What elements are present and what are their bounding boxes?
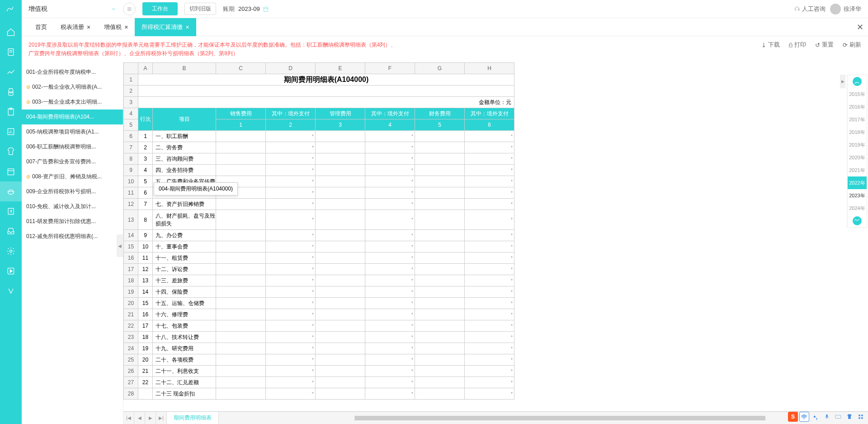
close-all-tabs-button[interactable]: ✕ bbox=[857, 22, 863, 32]
data-cell[interactable] bbox=[216, 298, 266, 309]
form-item-6[interactable]: 007-广告费和业务宣传费跨... bbox=[22, 154, 123, 169]
nav-report-icon[interactable] bbox=[0, 122, 22, 142]
calendar-icon[interactable] bbox=[263, 6, 269, 12]
data-cell[interactable] bbox=[216, 332, 266, 343]
ime-mic-icon[interactable] bbox=[822, 412, 832, 422]
data-cell[interactable]: * bbox=[465, 176, 514, 187]
nav-export-icon[interactable] bbox=[0, 201, 22, 221]
row-num-cell[interactable]: 21 bbox=[138, 366, 153, 377]
row-num-cell[interactable]: 22 bbox=[138, 377, 153, 388]
data-cell[interactable] bbox=[415, 366, 465, 377]
data-cell[interactable]: * bbox=[266, 131, 316, 142]
row-header[interactable]: 16 bbox=[124, 252, 138, 264]
data-cell[interactable] bbox=[415, 275, 465, 286]
row-header[interactable]: 2 bbox=[124, 86, 138, 97]
form-item-0[interactable]: 001-企业所得税年度纳税申... bbox=[22, 65, 123, 80]
item-cell[interactable]: 十八、技术转让费 bbox=[153, 332, 216, 343]
col-header[interactable]: A bbox=[138, 63, 153, 74]
data-cell[interactable]: * bbox=[266, 286, 316, 298]
data-cell[interactable]: * bbox=[365, 142, 415, 153]
nav-home-icon[interactable] bbox=[0, 22, 22, 42]
data-cell[interactable]: * bbox=[465, 131, 514, 142]
row-num-cell[interactable]: 5 bbox=[138, 176, 153, 187]
row-header[interactable]: 4 bbox=[124, 108, 138, 119]
ime-logo-icon[interactable]: S bbox=[788, 412, 798, 422]
data-cell[interactable]: * bbox=[365, 377, 415, 388]
data-cell[interactable] bbox=[415, 187, 465, 199]
data-cell[interactable]: * bbox=[465, 142, 514, 153]
ime-keyboard-icon[interactable] bbox=[833, 412, 843, 422]
col-header[interactable]: G bbox=[415, 63, 465, 74]
item-cell[interactable]: 八、财产损耗、盘亏及毁损损失 bbox=[153, 210, 216, 230]
data-cell[interactable] bbox=[415, 354, 465, 366]
row-header[interactable]: 10 bbox=[124, 176, 138, 187]
item-cell[interactable]: 九、办公费 bbox=[153, 230, 216, 241]
row-num-cell[interactable]: 19 bbox=[138, 343, 153, 354]
ime-skin-icon[interactable] bbox=[844, 412, 854, 422]
data-cell[interactable] bbox=[415, 165, 465, 176]
row-header[interactable]: 5 bbox=[124, 119, 138, 131]
item-cell[interactable]: 二十二、汇兑差额 bbox=[153, 377, 216, 388]
row-num-cell[interactable]: 14 bbox=[138, 286, 153, 298]
item-cell[interactable]: 二、劳务费 bbox=[153, 142, 216, 153]
data-cell[interactable] bbox=[216, 131, 266, 142]
data-cell[interactable]: * bbox=[266, 252, 316, 264]
row-header[interactable]: 8 bbox=[124, 153, 138, 165]
row-header[interactable]: 11 bbox=[124, 187, 138, 199]
data-cell[interactable] bbox=[316, 230, 365, 241]
ime-tool-icon[interactable] bbox=[856, 412, 866, 422]
data-cell[interactable] bbox=[216, 153, 266, 165]
expand-handle[interactable]: ▶ bbox=[840, 75, 845, 88]
data-cell[interactable]: * bbox=[365, 320, 415, 332]
sheet-tab[interactable]: 期间费用明细表 bbox=[167, 412, 219, 424]
row-num-cell[interactable]: 15 bbox=[138, 298, 153, 309]
tab-1[interactable]: 税表清册× bbox=[54, 18, 97, 36]
data-cell[interactable]: * bbox=[365, 199, 415, 210]
data-cell[interactable]: * bbox=[266, 343, 316, 354]
data-cell[interactable]: * bbox=[465, 210, 514, 230]
data-cell[interactable] bbox=[216, 309, 266, 320]
row-num-cell[interactable]: 4 bbox=[138, 165, 153, 176]
nav-play-icon[interactable] bbox=[0, 261, 22, 281]
row-header[interactable]: 17 bbox=[124, 264, 138, 275]
item-cell[interactable]: 七、资产折旧摊销费 bbox=[153, 199, 216, 210]
year-button[interactable]: 2020年 bbox=[848, 151, 867, 164]
data-cell[interactable] bbox=[415, 252, 465, 264]
data-cell[interactable]: * bbox=[266, 165, 316, 176]
nav-shirt-icon[interactable] bbox=[0, 142, 22, 162]
data-cell[interactable]: * bbox=[365, 241, 415, 252]
row-num-cell[interactable]: 1 bbox=[138, 131, 153, 142]
nav-inbox-icon[interactable] bbox=[0, 221, 22, 241]
item-cell[interactable]: 十九、研究费用 bbox=[153, 343, 216, 354]
year-button[interactable]: 2018年 bbox=[848, 126, 867, 138]
row-header[interactable]: 1 bbox=[124, 74, 138, 86]
data-cell[interactable]: * bbox=[465, 165, 514, 176]
data-cell[interactable] bbox=[415, 142, 465, 153]
row-num-cell[interactable]: 2 bbox=[138, 142, 153, 153]
item-cell[interactable]: 三、咨询顾问费 bbox=[153, 153, 216, 165]
data-cell[interactable]: * bbox=[465, 320, 514, 332]
data-cell[interactable]: * bbox=[465, 377, 514, 388]
row-header[interactable]: 19 bbox=[124, 286, 138, 298]
data-cell[interactable] bbox=[216, 286, 266, 298]
data-cell[interactable] bbox=[216, 210, 266, 230]
row-num-cell[interactable]: 9 bbox=[138, 230, 153, 241]
data-cell[interactable] bbox=[316, 241, 365, 252]
nav-gear-icon[interactable] bbox=[0, 241, 22, 261]
row-header[interactable]: 21 bbox=[124, 309, 138, 320]
form-item-11[interactable]: 012-减免所得税优惠明细表(... bbox=[22, 229, 123, 244]
data-cell[interactable]: * bbox=[365, 354, 415, 366]
data-cell[interactable] bbox=[415, 298, 465, 309]
data-cell[interactable] bbox=[316, 377, 365, 388]
data-cell[interactable] bbox=[316, 354, 365, 366]
form-item-7[interactable]: ⊘008-资产折旧、摊销及纳税... bbox=[22, 169, 123, 184]
data-cell[interactable]: * bbox=[266, 388, 316, 400]
ime-punct-icon[interactable]: •, bbox=[811, 412, 821, 422]
year-button[interactable]: 2021年 bbox=[848, 164, 867, 176]
row-num-cell[interactable]: 13 bbox=[138, 275, 153, 286]
collapse-handle[interactable]: ◀ bbox=[117, 234, 123, 257]
row-num-cell[interactable]: 12 bbox=[138, 264, 153, 275]
data-cell[interactable] bbox=[216, 199, 266, 210]
data-cell[interactable] bbox=[415, 264, 465, 275]
tab-0[interactable]: 首页 bbox=[28, 18, 54, 36]
